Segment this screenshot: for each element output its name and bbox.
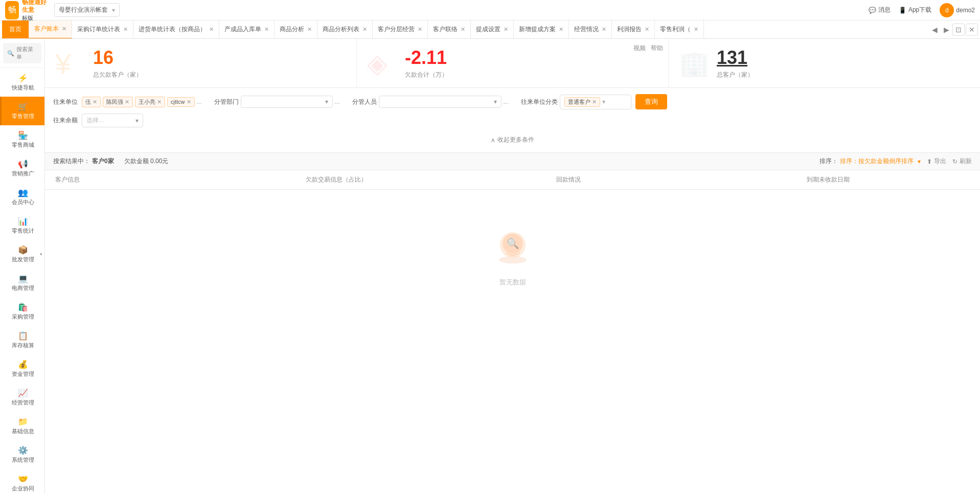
tab-customer-account[interactable]: 客户账本 ✕ [29, 20, 72, 39]
dept-more[interactable]: ... [335, 98, 340, 105]
remove-tag-wu[interactable]: ✕ [93, 99, 97, 105]
sidebar-item-retail-mall[interactable]: 🏪 零售商城 [0, 125, 44, 154]
sidebar-item-operations-mgmt[interactable]: 📈 经营管理 [0, 383, 44, 412]
filter-more-tags[interactable]: ... [197, 98, 202, 105]
sidebar-item-ecommerce[interactable]: 💻 电商管理 [0, 268, 44, 297]
search-menu-btn[interactable]: 🔍 搜索菜单 [3, 43, 41, 63]
close-icon[interactable]: ✕ [307, 26, 312, 33]
stat-label-customers: 总欠款客户（家） [93, 71, 142, 79]
sidebar-item-basic-info[interactable]: 📁 基础信息 [0, 412, 44, 440]
col-due-date: 到期未收款日期 [805, 175, 972, 184]
sidebar-item-system[interactable]: ⚙️ 系统管理 [0, 440, 44, 469]
filter-tag-chen: 陈民强 ✕ [103, 97, 133, 107]
tab-restore-btn[interactable]: ⊡ [952, 24, 965, 36]
close-icon[interactable]: ✕ [62, 26, 66, 32]
message-icon: 💬 [869, 7, 876, 14]
close-icon[interactable]: ✕ [559, 26, 563, 33]
tab-raise-settings[interactable]: 提成设置 ✕ [471, 20, 514, 39]
dept-label: 分管部门 [214, 98, 239, 106]
logo-text: 畅捷通好生意 标版 [22, 0, 50, 21]
tab-product-inbound[interactable]: 产成品入库单 ✕ [219, 20, 275, 39]
tab-profit-report[interactable]: 利润报告 ✕ [612, 20, 655, 39]
sidebar-item-retail[interactable]: 🛒 零售管理 [0, 97, 44, 125]
sidebar-item-members[interactable]: 👥 会员中心 [0, 183, 44, 211]
empty-text: 暂无数据 [499, 278, 526, 287]
tab-controls: ⊡ ✕ [952, 24, 978, 36]
close-icon[interactable]: ✕ [362, 26, 367, 33]
stat-value-clients: 131 [717, 47, 754, 69]
finance-icon: 💰 [18, 360, 28, 369]
close-icon[interactable]: ✕ [461, 26, 465, 33]
tab-close-all-btn[interactable]: ✕ [966, 24, 978, 36]
tab-new-raise-plan[interactable]: 新增提成方案 ✕ [514, 20, 569, 39]
tab-goods-analysis[interactable]: 商品分析 ✕ [275, 20, 317, 39]
tab-retail-profit[interactable]: 零售利润（ ✕ [655, 20, 704, 39]
sidebar-item-finance[interactable]: 💰 资金管理 [0, 354, 44, 383]
col-customer-info: 客户信息 [53, 175, 304, 184]
close-icon[interactable]: ✕ [264, 26, 269, 33]
person-filter: 分管人员 ▾ ... [352, 96, 509, 108]
refresh-button[interactable]: ↻ 刷新 [952, 157, 972, 166]
video-link[interactable]: 视频 [633, 44, 646, 53]
system-icon: ⚙️ [18, 445, 28, 455]
collapse-btn[interactable]: ∧ 收起更多条件 [486, 133, 539, 146]
remove-category-tag[interactable]: ✕ [592, 99, 597, 105]
stat-bg-icon-1: ¥ [55, 47, 71, 80]
tab-customer-contact[interactable]: 客户联络 ✕ [428, 20, 471, 39]
close-icon[interactable]: ✕ [645, 26, 649, 33]
sidebar-item-retail-stats[interactable]: 📊 零售统计 [0, 211, 44, 240]
chevron-down-icon: ▾ [494, 98, 497, 105]
dept-filter: 分管部门 ▾ ... [214, 96, 340, 108]
message-btn[interactable]: 💬 消息 [869, 6, 891, 14]
sidebar-item-enterprise[interactable]: 🤝 企业协同 [0, 469, 44, 494]
avatar: d [940, 3, 954, 17]
tab-prev-arrow[interactable]: ◀ [929, 24, 941, 36]
dept-select[interactable]: ▾ [241, 96, 333, 108]
tab-operations[interactable]: 经营情况 ✕ [569, 20, 612, 39]
sidebar-item-quick-nav[interactable]: ⚡ 快捷导航 [0, 68, 44, 97]
search-results-left: 搜索结果中： 客户0家 欠款金额 0.00元 [53, 157, 168, 166]
category-select[interactable]: 普通客户 ✕ ▾ [560, 95, 631, 109]
stat-content-2: -2.11 欠款合计（万） [405, 47, 448, 79]
query-button[interactable]: 查询 [635, 94, 667, 109]
close-icon[interactable]: ✕ [694, 26, 698, 33]
sidebar-item-inventory[interactable]: 📋 库存核算 [0, 326, 44, 354]
svg-text:🔍: 🔍 [506, 237, 519, 250]
tab-purchase-order[interactable]: 采购订单统计表 ✕ [72, 20, 133, 39]
table-container: 客户信息 欠款交易信息（占比） 回款情况 到期未收款日期 🔍 暂无数据 [45, 170, 980, 494]
person-select[interactable]: ▾ [379, 96, 502, 108]
close-icon[interactable]: ✕ [504, 26, 508, 33]
sort-select[interactable]: 排序： 排序：按欠款金额倒序排序 ▾ [819, 157, 921, 166]
tab-goods-analysis-list[interactable]: 商品分析列表 ✕ [317, 20, 373, 39]
sort-label: 排序： [819, 157, 838, 166]
close-icon[interactable]: ✕ [602, 26, 606, 33]
close-icon[interactable]: ✕ [123, 26, 128, 33]
help-link[interactable]: 帮助 [651, 44, 663, 53]
stat-content-3: 131 总客户（家） [717, 47, 754, 79]
tab-home[interactable]: 首页 [2, 20, 29, 39]
account-selector[interactable]: 母婴行业演示帐套 ▾ [54, 3, 120, 17]
close-icon[interactable]: ✕ [418, 26, 422, 33]
close-icon[interactable]: ✕ [209, 26, 214, 33]
export-button[interactable]: ⬆ 导出 [927, 157, 946, 166]
stat-total-customers: ¥ 16 总欠款客户（家） [45, 39, 357, 87]
refresh-icon: ↻ [952, 158, 958, 165]
tab-inbound-stats[interactable]: 进货单统计表（按商品） ✕ [133, 20, 219, 39]
marketing-icon: 📢 [18, 159, 28, 169]
app-download-btn[interactable]: 📱 App下载 [899, 6, 931, 14]
remove-tag-chen[interactable]: ✕ [125, 99, 129, 105]
sidebar-item-purchase[interactable]: 🛍️ 采购管理 [0, 297, 44, 326]
person-more[interactable]: ... [504, 98, 509, 105]
chevron-down-icon: ▾ [112, 7, 115, 14]
retail-stats-icon: 📊 [18, 216, 28, 226]
sidebar-item-marketing[interactable]: 📢 营销推广 [0, 154, 44, 183]
tab-customer-segment[interactable]: 客户分层经营 ✕ [373, 20, 428, 39]
balance-select[interactable]: 选择... ▾ [82, 114, 143, 127]
topbar-right: 💬 消息 📱 App下载 d demo2 [869, 3, 975, 17]
remove-tag-cjttcw[interactable]: ✕ [187, 99, 191, 105]
remove-tag-wang[interactable]: ✕ [157, 99, 162, 105]
tab-next-arrow[interactable]: ▶ [941, 24, 952, 36]
sidebar-item-batch-mgmt[interactable]: 📦 批发管理 ▾ [0, 240, 44, 268]
chevron-down-icon: ▾ [918, 158, 921, 165]
user-menu[interactable]: d demo2 [940, 3, 975, 17]
